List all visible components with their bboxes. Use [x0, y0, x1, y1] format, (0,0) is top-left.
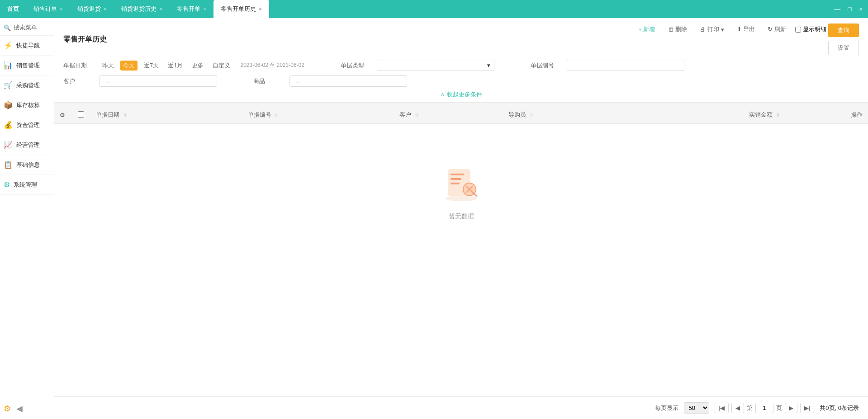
- date-range-display: 2023-06-02 至 2023-06-02: [240, 61, 304, 69]
- page-nav: |◀ ◀ 第 页 ▶ ▶|: [715, 403, 815, 413]
- delete-button[interactable]: 🗑 删除: [664, 24, 691, 35]
- close-tab-retail-open-history[interactable]: ×: [259, 6, 262, 12]
- basic-info-icon: 📋: [4, 160, 13, 169]
- table-container: ⚙ 单据日期 ⇅ 单据编号 ⇅: [54, 106, 868, 396]
- print-button[interactable]: 🖨 打印 ▾: [696, 24, 728, 35]
- per-page-label: 每页显示: [655, 404, 678, 412]
- sidebar-item-quick-nav[interactable]: ⚡ 快捷导航: [0, 36, 54, 56]
- goods-select[interactable]: ...: [289, 75, 407, 87]
- content-area: 零售开单历史 + 新增 🗑 删除 🖨 打印 ▾ ⬆ 导出 ↻ 刷新: [54, 18, 868, 419]
- first-page-button[interactable]: |◀: [715, 403, 729, 413]
- query-button[interactable]: 查询: [828, 24, 859, 37]
- page-label: 第: [747, 404, 753, 412]
- close-tab-sales-return-history[interactable]: ×: [159, 6, 162, 12]
- svg-rect-4: [451, 183, 460, 184]
- sidebar-item-ops-mgmt[interactable]: 📈 经营管理: [0, 135, 54, 155]
- settings-icon[interactable]: ⚙: [60, 112, 65, 118]
- th-amount[interactable]: 实销金额 ⇅: [633, 106, 785, 124]
- close-tab-sales-order[interactable]: ×: [60, 6, 63, 12]
- sidebar-item-sys-mgmt[interactable]: ⚙ 系统管理: [0, 175, 54, 195]
- refresh-button[interactable]: ↻ 刷新: [764, 24, 790, 35]
- shortcut-yesterday[interactable]: 昨天: [100, 61, 117, 71]
- th-doc-date[interactable]: 单据日期 ⇅: [90, 106, 242, 124]
- display-detail-label[interactable]: 显示明细: [795, 25, 826, 33]
- sort-customer-icon: ⇅: [415, 113, 418, 118]
- dropdown-arrow-icon: ▾: [487, 62, 490, 69]
- sidebar-item-basic-info[interactable]: 📋 基础信息: [0, 155, 54, 175]
- shortcut-today[interactable]: 今天: [120, 61, 138, 71]
- sidebar-item-inventory[interactable]: 📦 库存核算: [0, 95, 54, 115]
- add-button[interactable]: + 新增: [635, 24, 659, 35]
- last-page-button[interactable]: ▶|: [800, 403, 814, 413]
- select-all-checkbox[interactable]: [78, 111, 84, 118]
- per-page-select[interactable]: 10 20 50 100: [684, 402, 709, 414]
- tab-retail-open-history[interactable]: 零售开单历史 ×: [213, 0, 269, 18]
- goods-label: 商品: [253, 77, 280, 85]
- goods-dots: ...: [295, 78, 300, 85]
- settings-bottom-icon[interactable]: ⚙: [4, 404, 11, 414]
- total-count-label: 共0页, 0条记录: [820, 404, 859, 412]
- display-detail-checkbox[interactable]: [795, 27, 801, 33]
- sales-mgmt-icon: 📊: [4, 61, 13, 70]
- prev-page-button[interactable]: ◀: [731, 403, 744, 413]
- sidebar-item-sales-mgmt[interactable]: 📊 销售管理: [0, 56, 54, 75]
- empty-text: 暂无数据: [449, 212, 474, 221]
- sort-amount-icon: ⇅: [776, 113, 780, 118]
- empty-state: 暂无数据: [54, 124, 868, 257]
- sort-doc-no-icon: ⇅: [275, 113, 278, 118]
- page-header: 零售开单历史 + 新增 🗑 删除 🖨 打印 ▾ ⬆ 导出 ↻ 刷新: [54, 18, 868, 103]
- doc-type-label: 单据类型: [341, 61, 368, 70]
- th-checkbox[interactable]: [72, 106, 90, 124]
- ops-mgmt-icon: 📈: [4, 141, 13, 149]
- tab-sales-return-history[interactable]: 销货退货历史 ×: [114, 0, 170, 18]
- sidebar-search[interactable]: 🔍 搜索菜单: [0, 18, 54, 36]
- sidebar-item-purchase-mgmt[interactable]: 🛒 采购管理: [0, 75, 54, 95]
- close-tab-sales-return[interactable]: ×: [104, 6, 107, 12]
- quick-nav-icon: ⚡: [4, 41, 13, 50]
- customer-label: 客户: [63, 77, 90, 85]
- svg-rect-2: [451, 174, 464, 175]
- window-min-icon[interactable]: —: [834, 5, 840, 13]
- window-controls: — □ ×: [834, 5, 868, 13]
- sys-mgmt-icon: ⚙: [4, 180, 10, 189]
- page-title: 零售开单历史: [63, 35, 107, 44]
- tab-retail-open[interactable]: 零售开单 ×: [170, 0, 213, 18]
- th-actions: 操作: [785, 106, 868, 124]
- svg-rect-3: [451, 178, 461, 180]
- page-suffix: 页: [776, 404, 782, 412]
- window-close-icon[interactable]: ×: [859, 5, 863, 13]
- sidebar-bottom: ⚙ ◀: [0, 398, 54, 419]
- doc-type-select[interactable]: ▾: [377, 60, 494, 71]
- page-number-input[interactable]: [755, 403, 773, 413]
- tab-home[interactable]: 首页: [0, 0, 26, 18]
- close-tab-retail-open[interactable]: ×: [203, 6, 206, 12]
- table-header: ⚙ 单据日期 ⇅ 单据编号 ⇅: [54, 106, 868, 124]
- collapse-sidebar-icon[interactable]: ◀: [16, 404, 23, 414]
- doc-no-input[interactable]: [567, 60, 684, 71]
- settings-button[interactable]: 设置: [828, 41, 859, 55]
- th-settings[interactable]: ⚙: [54, 106, 72, 124]
- pagination-bar: 每页显示 10 20 50 100 |◀ ◀ 第 页 ▶ ▶| 共0页, 0条记…: [54, 396, 868, 419]
- export-button[interactable]: ⬆ 导出: [733, 24, 759, 35]
- top-tabbar: 首页 销售订单 × 销货退货 × 销货退货历史 × 零售开单 × 零售开单历史 …: [0, 0, 868, 18]
- next-page-button[interactable]: ▶: [785, 403, 797, 413]
- collapse-filters-button[interactable]: ∧ 收起更多条件: [63, 89, 859, 102]
- th-guide[interactable]: 导购员 ⇅: [503, 106, 633, 124]
- finance-icon: 💰: [4, 121, 13, 129]
- th-customer[interactable]: 客户 ⇅: [394, 106, 503, 124]
- purchase-mgmt-icon: 🛒: [4, 81, 13, 89]
- customer-select[interactable]: ...: [100, 75, 217, 87]
- shortcut-more[interactable]: 更多: [189, 61, 206, 71]
- shortcut-7days[interactable]: 近7天: [141, 61, 161, 71]
- empty-state-icon: [439, 160, 484, 205]
- sidebar-item-finance[interactable]: 💰 资金管理: [0, 115, 54, 135]
- customer-dots: ...: [105, 78, 110, 85]
- th-doc-no[interactable]: 单据编号 ⇅: [242, 106, 394, 124]
- window-max-icon[interactable]: □: [848, 5, 851, 13]
- shortcut-1month[interactable]: 近1月: [165, 61, 185, 71]
- search-icon: 🔍: [4, 24, 11, 31]
- tab-sales-order[interactable]: 销售订单 ×: [26, 0, 70, 18]
- tab-sales-return[interactable]: 销货退货 ×: [70, 0, 114, 18]
- shortcut-custom[interactable]: 自定义: [210, 61, 233, 71]
- svg-point-0: [446, 196, 477, 201]
